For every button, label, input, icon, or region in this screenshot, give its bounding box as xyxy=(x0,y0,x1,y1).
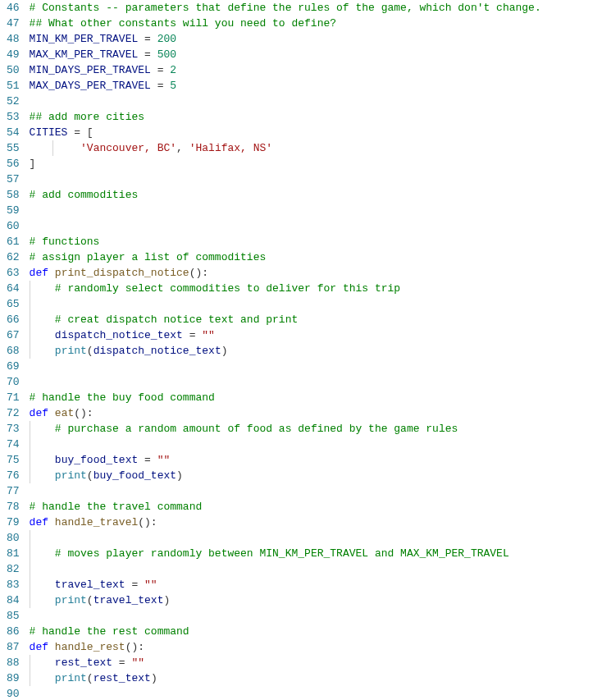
token-comment: # purchase a random amount of food as de… xyxy=(55,423,458,435)
code-line[interactable]: rest_text = "" xyxy=(30,655,611,670)
token-comment: # functions xyxy=(30,236,100,248)
code-text: # handle the travel command xyxy=(30,501,203,513)
line-number: 62 xyxy=(7,249,20,265)
code-text: # handle the rest command xyxy=(30,625,189,638)
line-number: 80 xyxy=(7,530,20,546)
code-line[interactable]: # handle the travel command xyxy=(30,499,611,515)
code-line[interactable]: def handle_travel(): xyxy=(30,515,611,530)
token-operator: = xyxy=(112,657,131,669)
line-number: 48 xyxy=(7,31,20,47)
code-line[interactable]: print(travel_text) xyxy=(30,592,611,608)
code-line[interactable] xyxy=(30,483,611,499)
indent-guide xyxy=(30,327,30,343)
token-string: 'Vancouver, BC' xyxy=(80,142,176,154)
code-line[interactable] xyxy=(30,530,611,546)
code-line[interactable] xyxy=(30,374,611,390)
code-text: # handle the buy food command xyxy=(30,391,215,404)
code-line[interactable]: # Constants -- parameters that define th… xyxy=(30,0,611,16)
code-text: ## add more cities xyxy=(30,111,144,123)
code-text: print(travel_text) xyxy=(30,594,171,606)
code-line[interactable]: MIN_KM_PER_TRAVEL = 200 xyxy=(30,31,611,47)
code-line[interactable] xyxy=(30,561,611,577)
code-line[interactable]: print(buy_food_text) xyxy=(30,468,611,483)
token-punctuation: [ xyxy=(87,126,93,139)
token-punctuation: ( xyxy=(87,672,93,684)
code-line[interactable] xyxy=(30,203,611,218)
code-line[interactable] xyxy=(30,359,611,374)
code-line[interactable] xyxy=(30,172,611,187)
token-comment: # handle the travel command xyxy=(30,501,203,513)
code-text: ] xyxy=(30,158,36,170)
token-plain xyxy=(48,516,55,528)
code-line[interactable]: # assign player a list of commodities xyxy=(30,249,611,265)
code-line[interactable]: travel_text = "" xyxy=(30,577,611,592)
line-number: 82 xyxy=(7,561,20,577)
line-number: 53 xyxy=(7,109,20,125)
code-line[interactable]: MAX_KM_PER_TRAVEL = 500 xyxy=(30,47,611,62)
code-text: print(rest_text) xyxy=(30,672,157,684)
token-variable: rest_text xyxy=(55,657,112,669)
code-text: # add commodities xyxy=(30,189,139,201)
code-line[interactable]: buy_food_text = "" xyxy=(30,452,611,468)
code-line[interactable]: # purchase a random amount of food as de… xyxy=(30,421,611,437)
code-line[interactable]: print(dispatch_notice_text) xyxy=(30,343,611,359)
token-keyword: def xyxy=(30,267,48,279)
code-line[interactable]: def handle_rest(): xyxy=(30,639,611,655)
code-line[interactable]: # randomly select commodities to deliver… xyxy=(30,281,611,296)
line-number: 73 xyxy=(7,421,20,437)
code-line[interactable]: # moves player randomly between MIN_KM_P… xyxy=(30,546,611,561)
token-punctuation: ( xyxy=(87,469,93,482)
code-line[interactable]: # add commodities xyxy=(30,187,611,203)
line-number: 50 xyxy=(7,62,20,78)
code-line[interactable] xyxy=(30,686,611,700)
code-line[interactable]: dispatch_notice_text = "" xyxy=(30,327,611,343)
code-line[interactable]: def eat(): xyxy=(30,405,611,421)
token-number: 2 xyxy=(170,64,176,76)
line-number: 81 xyxy=(7,546,20,561)
code-text: MAX_DAYS_PER_TRAVEL = 5 xyxy=(30,80,176,92)
token-punctuation: ) xyxy=(221,345,228,357)
code-line[interactable]: # creat dispatch notice text and print xyxy=(30,312,611,327)
line-number: 59 xyxy=(7,203,20,218)
token-string: "" xyxy=(202,329,215,341)
line-number: 49 xyxy=(7,47,20,62)
token-builtin: print xyxy=(55,345,87,357)
code-line[interactable]: ## What other constants will you need to… xyxy=(30,16,611,31)
line-number: 67 xyxy=(7,327,20,343)
indent-guide xyxy=(30,546,30,561)
token-comment: # creat dispatch notice text and print xyxy=(55,313,298,326)
token-comment: # handle the rest command xyxy=(30,625,189,638)
line-number: 86 xyxy=(7,624,20,639)
code-text: # randomly select commodities to deliver… xyxy=(30,282,401,295)
code-line[interactable]: 'Vancouver, BC', 'Halifax, NS' xyxy=(30,140,611,156)
code-line[interactable]: MAX_DAYS_PER_TRAVEL = 5 xyxy=(30,78,611,94)
code-text: print(dispatch_notice_text) xyxy=(30,345,228,357)
code-line[interactable]: # handle the rest command xyxy=(30,624,611,639)
code-line[interactable] xyxy=(30,218,611,234)
token-function-name: handle_travel xyxy=(55,516,138,528)
code-line[interactable]: ] xyxy=(30,156,611,172)
token-punctuation: ( xyxy=(87,594,93,606)
indent-guide xyxy=(30,592,30,608)
code-area[interactable]: # Constants -- parameters that define th… xyxy=(30,0,611,700)
code-line[interactable]: ## add more cities xyxy=(30,109,611,125)
code-editor[interactable]: 4647484950515253545556575859606162636465… xyxy=(0,0,611,700)
token-variable: buy_food_text xyxy=(55,454,138,466)
code-line[interactable]: # functions xyxy=(30,234,611,249)
line-number: 75 xyxy=(7,452,20,468)
code-line[interactable] xyxy=(30,296,611,312)
token-operator: = xyxy=(183,329,202,341)
code-line[interactable]: print(rest_text) xyxy=(30,670,611,686)
code-line[interactable]: # handle the buy food command xyxy=(30,390,611,405)
code-line[interactable] xyxy=(30,608,611,624)
code-line[interactable] xyxy=(30,437,611,452)
code-text: def handle_travel(): xyxy=(30,516,157,528)
code-line[interactable] xyxy=(30,94,611,109)
code-line[interactable]: MIN_DAYS_PER_TRAVEL = 2 xyxy=(30,62,611,78)
code-text: MIN_DAYS_PER_TRAVEL = 2 xyxy=(30,64,176,76)
token-operator: = xyxy=(125,579,144,591)
code-line[interactable]: def print_dispatch_notice(): xyxy=(30,265,611,281)
code-line[interactable]: CITIES = [ xyxy=(30,125,611,140)
token-keyword: def xyxy=(30,641,48,653)
token-punctuation: (): xyxy=(138,516,157,528)
